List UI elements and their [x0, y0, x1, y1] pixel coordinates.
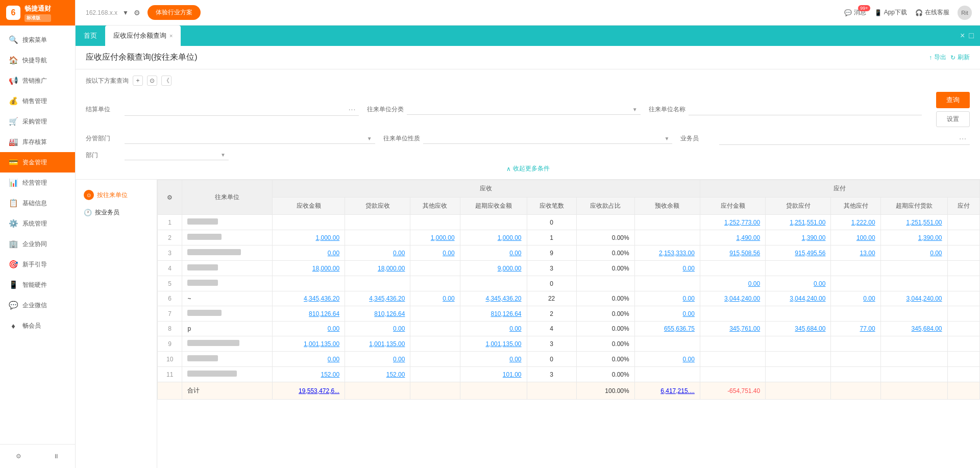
sidebar-item-search[interactable]: 🔍 搜索菜单	[0, 30, 75, 50]
table-cell[interactable]: 0.00	[272, 245, 345, 261]
query-button[interactable]: 查询	[936, 92, 970, 108]
table-cell[interactable]: 9,000.00	[460, 261, 527, 276]
table-cell[interactable]: 152.00	[345, 367, 410, 382]
sidebar-item-marketing[interactable]: 📢 营销推广	[0, 70, 75, 91]
tab-active[interactable]: 应收应付余额查询 ×	[105, 26, 181, 46]
filter-input-wanglainame[interactable]	[689, 104, 922, 115]
left-filter-by-unit[interactable]: ⊙ 按往来单位	[76, 186, 157, 204]
table-cell[interactable]: 655,636.75	[634, 322, 700, 336]
table-cell[interactable]: 4,345,436.20	[272, 291, 345, 306]
table-cell[interactable]: 1,251,551.00	[880, 215, 947, 230]
gear-icon[interactable]: ⚙	[134, 9, 140, 17]
table-cell[interactable]: 1,001,135.00	[460, 336, 527, 352]
table-cell[interactable]: 0.00	[634, 306, 700, 322]
sidebar-settings-button[interactable]: ⚙	[0, 449, 38, 464]
table-cell[interactable]: 1,000.00	[410, 230, 460, 245]
table-cell[interactable]: 1,252,773.00	[700, 215, 765, 230]
sidebar-collapse-button[interactable]: ⏸	[38, 449, 76, 464]
filter-select-wanglaiprop[interactable]: ▼	[423, 134, 673, 144]
filter-add-button[interactable]: +	[133, 76, 143, 86]
filter-select-salesperson[interactable]: ···	[719, 132, 970, 145]
table-cell[interactable]: 0.00	[345, 352, 410, 367]
table-cell[interactable]: 0.00	[460, 352, 527, 367]
sidebar-item-inventory[interactable]: 🏭 库存核算	[0, 132, 75, 152]
filter-select-wanglaitype[interactable]: ▼	[407, 105, 640, 115]
sidebar-item-base[interactable]: 📋 基础信息	[0, 193, 75, 213]
app-download-button[interactable]: 📱 App下载	[874, 8, 907, 17]
table-cell[interactable]: 152.00	[272, 367, 345, 382]
table-cell[interactable]: 0.00	[766, 276, 831, 291]
table-cell[interactable]: 100.00	[831, 230, 880, 245]
settings-button[interactable]: 设置	[936, 111, 970, 127]
table-cell[interactable]: 1,001,135.00	[272, 336, 345, 352]
table-cell[interactable]: 0.00	[460, 322, 527, 336]
tab-home[interactable]: 首页	[76, 26, 105, 46]
filter-select-jiesuandanwei[interactable]: ···	[125, 103, 359, 116]
refresh-button[interactable]: ↻ 刷新	[950, 53, 970, 62]
filter-collapse-scheme-button[interactable]: 《	[161, 76, 172, 86]
table-cell[interactable]: 4,345,436.20	[460, 291, 527, 306]
table-cell[interactable]: 345,761.00	[700, 322, 765, 336]
breadcrumb-dropdown[interactable]: ▼	[122, 9, 129, 16]
table-cell[interactable]: 3,044,240.00	[880, 291, 947, 306]
table-cell[interactable]: 0.00	[634, 261, 700, 276]
table-cell[interactable]: 3,044,240.00	[700, 291, 765, 306]
left-filter-by-staff[interactable]: 🕐 按业务员	[76, 204, 157, 221]
table-cell[interactable]: 1,222.00	[831, 215, 880, 230]
table-cell[interactable]: 810,126.64	[460, 306, 527, 322]
table-cell[interactable]: 0.00	[460, 245, 527, 261]
sidebar-item-quicknav[interactable]: 🏠 快捷导航	[0, 50, 75, 70]
table-cell[interactable]: 13.00	[831, 245, 880, 261]
table-cell[interactable]: 1,001,135.00	[345, 336, 410, 352]
filter-scheme-button[interactable]: ⊙	[147, 76, 157, 86]
table-cell[interactable]: 0.00	[700, 276, 765, 291]
table-cell[interactable]: 0.00	[831, 291, 880, 306]
sidebar-item-purchase[interactable]: 🛒 采购管理	[0, 111, 75, 132]
table-cell[interactable]: 1,490.00	[700, 230, 765, 245]
sidebar-item-guide[interactable]: 🎯 新手引导	[0, 254, 75, 275]
tab-close-icon[interactable]: ×	[169, 33, 173, 39]
table-cell[interactable]: 345,684.00	[766, 322, 831, 336]
table-cell[interactable]: 0.00	[410, 291, 460, 306]
filter-select-dept[interactable]: ▼	[125, 150, 229, 160]
sidebar-item-enterprise[interactable]: 🏢 企业协同	[0, 234, 75, 254]
table-cell[interactable]: 0.00	[345, 322, 410, 336]
table-cell[interactable]: 4,345,436.20	[345, 291, 410, 306]
online-service-button[interactable]: 🎧 在线客服	[915, 8, 949, 17]
table-cell[interactable]: 0.00	[410, 245, 460, 261]
table-cell[interactable]: 18,000.00	[272, 261, 345, 276]
collapse-button[interactable]: ∧ 收起更多条件	[506, 164, 550, 173]
table-cell[interactable]: 0.00	[634, 291, 700, 306]
table-cell[interactable]: 1,390.00	[880, 230, 947, 245]
filter-select-fenguan[interactable]: ▼	[125, 134, 375, 144]
table-settings-icon[interactable]: ⚙	[167, 194, 173, 201]
table-cell[interactable]: 915,508.56	[700, 245, 765, 261]
table-cell[interactable]: 2,153,333.00	[634, 245, 700, 261]
sidebar-item-hardware[interactable]: 📱 智能硬件	[0, 275, 75, 295]
window-maximize-icon[interactable]: □	[969, 31, 974, 40]
sidebar-item-finance[interactable]: 💳 资金管理	[0, 152, 75, 173]
table-cell[interactable]: 345,684.00	[880, 322, 947, 336]
table-cell[interactable]: 3,044,240.00	[766, 291, 831, 306]
table-cell[interactable]: 101.00	[460, 367, 527, 382]
table-cell[interactable]: 810,126.64	[345, 306, 410, 322]
sidebar-item-operation[interactable]: 📊 经营管理	[0, 173, 75, 193]
sidebar-item-member[interactable]: ♦ 畅会员	[0, 315, 75, 336]
table-cell[interactable]: 1,000.00	[460, 230, 527, 245]
sidebar-item-sales[interactable]: 💰 销售管理	[0, 91, 75, 111]
table-cell[interactable]: 0.00	[880, 245, 947, 261]
table-cell[interactable]: 0.00	[272, 352, 345, 367]
table-cell[interactable]: 915,495.56	[766, 245, 831, 261]
table-cell[interactable]: 810,126.64	[272, 306, 345, 322]
table-cell[interactable]: 18,000.00	[345, 261, 410, 276]
table-cell[interactable]: 1,390.00	[766, 230, 831, 245]
sidebar-item-system[interactable]: ⚙️ 系统管理	[0, 213, 75, 234]
user-menu[interactable]: Rit	[958, 6, 972, 20]
table-cell[interactable]: 0.00	[345, 245, 410, 261]
export-button[interactable]: ↑ 导出	[929, 53, 946, 62]
table-cell[interactable]: 77.00	[831, 322, 880, 336]
promo-button[interactable]: 体验行业方案	[148, 5, 201, 20]
table-cell[interactable]: 1,000.00	[272, 230, 345, 245]
table-cell[interactable]: 1,251,551.00	[766, 215, 831, 230]
table-cell[interactable]: 0.00	[634, 352, 700, 367]
